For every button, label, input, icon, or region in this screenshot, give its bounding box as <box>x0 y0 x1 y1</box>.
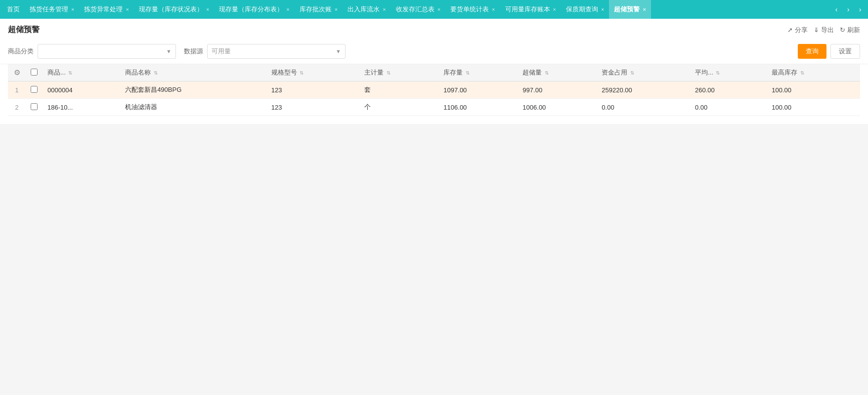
close-tab-7-icon[interactable]: × <box>492 6 495 12</box>
category-select-arrow-icon: ▼ <box>166 48 172 54</box>
col-max-stock[interactable]: 最高库存 ⇅ <box>767 64 860 81</box>
category-filter-group: 商品分类 ▼ <box>8 44 176 59</box>
sort-icon-max-stock: ⇅ <box>800 70 804 76</box>
row-product-name-1: 机油滤清器 <box>120 99 266 116</box>
page-header: 超储预警 ➚ 分享 ⇓ 导出 ↻ 刷新 <box>0 19 868 39</box>
row-num-0: 1 <box>8 81 26 99</box>
row-stock-1: 1106.00 <box>438 99 518 116</box>
close-tab-6-icon[interactable]: × <box>437 6 440 12</box>
col-avg[interactable]: 平均... ⇅ <box>690 64 767 81</box>
sort-icon-overstock: ⇅ <box>545 70 549 76</box>
datasource-select-arrow-icon: ▼ <box>336 48 341 54</box>
row-select-checkbox-0[interactable] <box>31 86 38 93</box>
nav-tab-1[interactable]: 拣货异常处理 × <box>79 0 133 19</box>
row-num-1: 2 <box>8 99 26 116</box>
settings-button[interactable]: 设置 <box>830 44 860 59</box>
row-overstock-0: 997.00 <box>518 81 597 99</box>
query-button[interactable]: 查询 <box>798 44 826 59</box>
share-button[interactable]: ➚ 分享 <box>787 26 808 35</box>
table-settings-icon[interactable]: ⚙ <box>14 68 20 77</box>
nav-tab-6[interactable]: 收发存汇总表 × <box>391 0 445 19</box>
nav-tab-0[interactable]: 拣货任务管理 × <box>25 0 79 19</box>
nav-home[interactable]: 首页 <box>2 0 25 19</box>
close-tab-1-icon[interactable]: × <box>126 6 129 12</box>
nav-prev-button[interactable]: ‹ <box>830 0 842 19</box>
sort-icon-product-name: ⇅ <box>154 70 158 76</box>
row-product-name-0: 六配套新昌490BPG <box>120 81 266 99</box>
col-capital[interactable]: 资金占用 ⇅ <box>597 64 690 81</box>
close-tab-4-icon[interactable]: × <box>335 6 338 12</box>
close-tab-0-icon[interactable]: × <box>71 6 74 12</box>
col-product-code[interactable]: 商品... ⇅ <box>43 64 120 81</box>
close-tab-2-icon[interactable]: × <box>206 6 209 12</box>
row-spec-0: 123 <box>266 81 360 99</box>
sort-icon-product-code: ⇅ <box>68 70 72 76</box>
row-spec-1: 123 <box>266 99 360 116</box>
col-checkbox <box>26 64 43 81</box>
datasource-filter-group: 数据源 可用量 ▼ <box>184 44 346 59</box>
datasource-select[interactable]: 可用量 ▼ <box>207 44 346 59</box>
top-nav: 首页 拣货任务管理 × 拣货异常处理 × 现存量（库存状况表） × 现存量（库存… <box>0 0 868 19</box>
sort-icon-spec: ⇅ <box>300 70 304 76</box>
row-max-stock-1: 100.00 <box>767 99 860 116</box>
page-title: 超储预警 <box>8 25 40 35</box>
row-checkbox-0[interactable] <box>26 81 43 99</box>
row-unit-0: 套 <box>359 81 438 99</box>
nav-tab-10[interactable]: 超储预警 × <box>609 0 651 19</box>
nav-tab-9[interactable]: 保质期查询 × <box>561 0 609 19</box>
col-overstock[interactable]: 超储量 ⇅ <box>518 64 597 81</box>
filter-row: 商品分类 ▼ 数据源 可用量 ▼ 查询 设置 <box>0 39 868 64</box>
nav-tab-5[interactable]: 出入库流水 × <box>343 0 391 19</box>
filter-actions: 查询 设置 <box>798 44 860 59</box>
col-spec[interactable]: 规格型号 ⇅ <box>266 64 360 81</box>
row-product-code-1: 186-10... <box>43 99 120 116</box>
row-product-code-0: 0000004 <box>43 81 120 99</box>
export-icon: ⇓ <box>814 26 819 34</box>
col-unit[interactable]: 主计量 ⇅ <box>359 64 438 81</box>
row-avg-1: 0.00 <box>690 99 767 116</box>
row-stock-0: 1097.00 <box>438 81 518 99</box>
nav-tab-4[interactable]: 库存批次账 × <box>295 0 343 19</box>
category-select[interactable]: ▼ <box>38 44 176 59</box>
col-stock[interactable]: 库存量 ⇅ <box>438 64 518 81</box>
sort-icon-capital: ⇅ <box>630 70 634 76</box>
row-select-checkbox-1[interactable] <box>31 103 38 110</box>
row-max-stock-0: 100.00 <box>767 81 860 99</box>
datasource-label: 数据源 <box>184 47 203 56</box>
category-label: 商品分类 <box>8 47 34 56</box>
datasource-select-value: 可用量 <box>212 47 231 56</box>
row-checkbox-1[interactable] <box>26 99 43 116</box>
refresh-button[interactable]: ↻ 刷新 <box>840 26 860 35</box>
nav-arrows: ‹ › › <box>830 0 866 19</box>
table-container: ⚙ 商品... ⇅ 商品名称 ⇅ 规格型号 ⇅ 主计量 <box>0 64 868 124</box>
table-row: 2 186-10... 机油滤清器 123 个 1106.00 1006.00 … <box>8 99 860 116</box>
row-unit-1: 个 <box>359 99 438 116</box>
nav-tab-3[interactable]: 现存量（库存分布表） × <box>214 0 294 19</box>
row-capital-1: 0.00 <box>597 99 690 116</box>
refresh-icon: ↻ <box>840 26 845 34</box>
main-table: ⚙ 商品... ⇅ 商品名称 ⇅ 规格型号 ⇅ 主计量 <box>8 64 860 116</box>
nav-tab-7[interactable]: 要货单统计表 × <box>445 0 500 19</box>
table-body: 1 0000004 六配套新昌490BPG 123 套 1097.00 997.… <box>8 81 860 116</box>
export-button[interactable]: ⇓ 导出 <box>814 26 834 35</box>
close-tab-9-icon[interactable]: × <box>601 6 604 12</box>
page-actions: ➚ 分享 ⇓ 导出 ↻ 刷新 <box>787 26 860 35</box>
row-overstock-1: 1006.00 <box>518 99 597 116</box>
row-avg-0: 260.00 <box>690 81 767 99</box>
table-row: 1 0000004 六配套新昌490BPG 123 套 1097.00 997.… <box>8 81 860 99</box>
select-all-checkbox[interactable] <box>31 69 38 76</box>
row-capital-0: 259220.00 <box>597 81 690 99</box>
sort-icon-avg: ⇅ <box>716 70 720 76</box>
nav-more-button[interactable]: › <box>854 0 866 19</box>
close-tab-3-icon[interactable]: × <box>286 6 289 12</box>
nav-next-button[interactable]: › <box>842 0 854 19</box>
close-tab-5-icon[interactable]: × <box>383 6 386 12</box>
close-tab-8-icon[interactable]: × <box>553 6 556 12</box>
table-header-row: ⚙ 商品... ⇅ 商品名称 ⇅ 规格型号 ⇅ 主计量 <box>8 64 860 81</box>
close-tab-10-icon[interactable]: × <box>643 6 646 12</box>
col-settings: ⚙ <box>8 64 26 81</box>
sort-icon-unit: ⇅ <box>387 70 391 76</box>
col-product-name[interactable]: 商品名称 ⇅ <box>120 64 266 81</box>
nav-tab-8[interactable]: 可用量库存账本 × <box>500 0 561 19</box>
nav-tab-2[interactable]: 现存量（库存状况表） × <box>134 0 214 19</box>
